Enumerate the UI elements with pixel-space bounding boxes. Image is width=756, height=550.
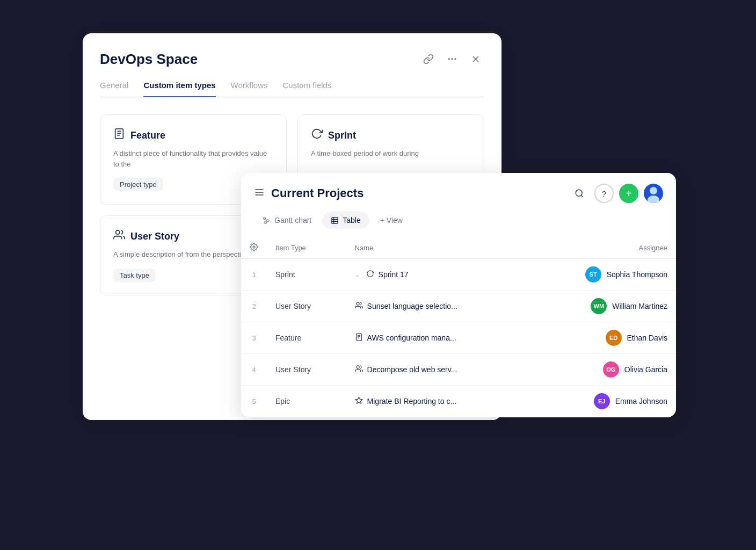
row-num: 1 [241,259,267,291]
col-assignee: Assignee [526,237,676,259]
svg-point-27 [357,302,359,305]
add-button[interactable]: + [619,184,638,203]
row-name-icon [355,396,363,407]
row-item-type: Epic [267,386,346,417]
col-settings [241,237,267,259]
svg-rect-19 [264,218,266,219]
row-assignee: EJ Emma Johnson [526,386,676,417]
gantt-icon [263,216,271,225]
assignee-name: William Martinez [612,302,667,310]
settings-title: DevOps Space [100,51,198,68]
row-item-type: Feature [267,322,346,354]
user-story-icon [113,229,125,244]
projects-table: Item Type Name Assignee 1 Sprint ⌄ Sprin… [241,237,676,417]
row-name-icon [355,333,363,343]
svg-rect-21 [264,222,266,223]
feature-card-header: Feature [113,128,273,143]
svg-rect-22 [332,217,338,223]
table-row[interactable]: 3 Feature AWS configuration mana... ED E… [241,322,676,354]
assignee-name: Olivia Garcia [624,365,667,374]
user-avatar[interactable] [644,184,663,203]
row-num: 3 [241,322,267,354]
table-icon [331,216,339,225]
row-name-icon [366,270,374,280]
user-story-badge: Task type [113,269,156,282]
row-name[interactable]: AWS configuration mana... [346,322,527,354]
row-name-icon [355,301,363,312]
close-icon[interactable] [467,50,484,68]
feature-title: Feature [130,130,165,141]
row-name-text: Sunset language selectio... [367,302,457,310]
assignee-name: Ethan Davis [627,334,667,342]
row-name[interactable]: Migrate BI Reporting to c... [346,386,527,417]
assignee-name: Sophia Thompson [607,270,667,279]
svg-point-17 [650,187,657,194]
row-num: 5 [241,386,267,417]
projects-header-right: ? + [570,184,663,203]
row-assignee: WM William Martinez [526,291,676,322]
help-button[interactable]: ? [594,184,614,203]
link-icon[interactable] [420,50,437,68]
row-num: 2 [241,291,267,322]
row-item-type: Sprint [267,259,346,291]
row-assignee: ED Ethan Davis [526,322,676,354]
row-name[interactable]: ⌄ Sprint 17 [346,259,527,291]
svg-point-32 [357,365,359,368]
svg-line-15 [581,195,583,197]
projects-header: Current Projects ? + [241,173,676,203]
table-row[interactable]: 1 Sprint ⌄ Sprint 17 ST Sophia Thompson [241,259,676,291]
row-item-type: User Story [267,354,346,386]
svg-point-0 [448,58,450,60]
feature-desc: A distinct piece of functionality that p… [113,148,273,169]
row-assignee: ST Sophia Thompson [526,259,676,291]
row-name[interactable]: Decompose old web serv... [346,354,527,386]
svg-marker-33 [355,397,362,403]
row-item-type: User Story [267,291,346,322]
assignee-avatar: ST [585,266,601,283]
table-tab[interactable]: Table [322,212,369,229]
svg-point-1 [451,58,453,60]
search-button[interactable] [570,184,589,203]
assignee-avatar: ED [606,330,622,346]
tab-workflows[interactable]: Workflows [231,81,268,97]
projects-panel: Current Projects ? + [241,173,676,417]
row-name-icon [355,365,363,375]
svg-rect-20 [266,220,269,221]
tab-custom-fields[interactable]: Custom fields [282,81,331,97]
col-item-type: Item Type [267,237,346,259]
hamburger-icon[interactable] [254,187,265,200]
assignee-avatar: EJ [594,393,610,409]
row-name-text: AWS configuration mana... [367,334,456,342]
svg-point-26 [253,246,255,248]
table-row[interactable]: 5 Epic Migrate BI Reporting to c... EJ E… [241,386,676,417]
assignee-avatar: WM [591,298,607,314]
projects-header-left: Current Projects [254,186,364,200]
projects-title: Current Projects [271,186,364,200]
sprint-desc: A time-boxed period of work during [311,148,471,159]
settings-header-actions [420,50,484,68]
sprint-title: Sprint [328,130,356,141]
svg-point-14 [576,190,582,196]
feature-icon [113,128,125,143]
sprint-card-header: Sprint [311,128,471,143]
table-row[interactable]: 2 User Story Sunset language selectio...… [241,291,676,322]
row-name-text: Migrate BI Reporting to c... [367,397,457,406]
gantt-chart-tab[interactable]: Gantt chart [254,212,320,229]
table-row[interactable]: 4 User Story Decompose old web serv... O… [241,354,676,386]
tab-general[interactable]: General [100,81,128,97]
row-name-text: Sprint 17 [379,270,409,279]
add-view-tab[interactable]: + View [372,212,411,229]
user-story-title: User Story [130,231,179,242]
tab-custom-item-types[interactable]: Custom item types [143,81,215,97]
assignee-name: Emma Johnson [615,397,667,406]
more-icon[interactable] [444,50,461,68]
sprint-icon [311,128,323,143]
row-num: 4 [241,354,267,386]
assignee-avatar: OG [603,361,619,378]
row-name[interactable]: Sunset language selectio... [346,291,527,322]
view-tabs: Gantt chart Table + View [241,203,676,229]
row-name-text: Decompose old web serv... [367,365,457,374]
svg-point-9 [116,230,120,234]
settings-header: DevOps Space [100,50,484,68]
svg-point-2 [454,58,456,60]
